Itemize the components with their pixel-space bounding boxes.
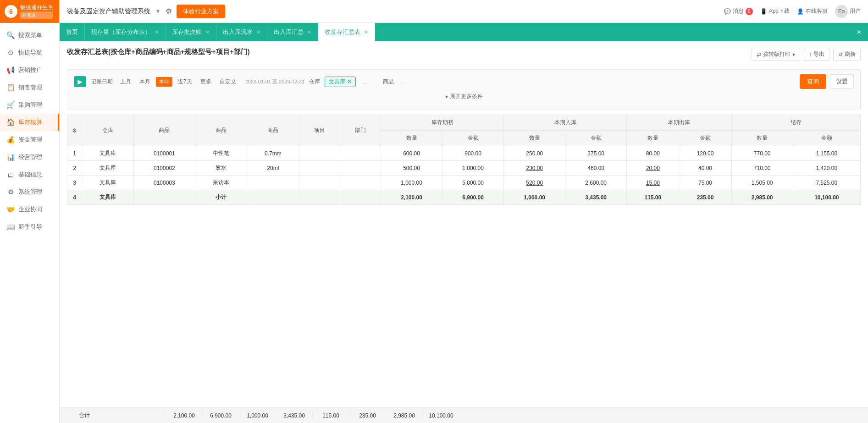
row-close-amt: 1,155.00 <box>793 146 860 161</box>
row-in-qty[interactable]: 250.00 <box>504 146 565 161</box>
col-out-amt-header: 金额 <box>679 131 731 146</box>
marketing-icon: 📢 <box>6 66 15 74</box>
row-code <box>133 190 195 205</box>
row-in-amt: 3,435.00 <box>565 190 627 205</box>
tab-summary[interactable]: 出入库汇总 ✕ <box>267 23 318 41</box>
tab-flow[interactable]: 出入库流水 ✕ <box>216 23 267 41</box>
sidebar-item-label: 经营管理 <box>18 153 42 161</box>
goods-more-btn[interactable]: ... <box>398 78 407 85</box>
inventory-icon: 🏠 <box>6 118 15 126</box>
online-support-action[interactable]: 👤 在线客服 <box>797 7 828 15</box>
gear-icon[interactable]: ⚙ <box>166 7 172 16</box>
row-out-amt: 40.00 <box>679 161 731 176</box>
tab-inventory-dist[interactable]: 现存量（库存分布表） ✕ <box>85 23 166 41</box>
switch-print-button[interactable]: ⇄ 拨转版打印 ▾ <box>752 48 800 61</box>
sidebar-item-label: 基础信息 <box>18 170 42 179</box>
footer-out-qty: 115.00 <box>313 412 349 419</box>
sidebar-item-finance[interactable]: 💰 资金管理 <box>0 131 59 148</box>
col-close-amt-header: 金额 <box>793 131 860 146</box>
row-project <box>299 190 340 205</box>
app-download-action[interactable]: 📱 App下载 <box>760 7 790 15</box>
row-close-qty: 710.00 <box>731 161 793 176</box>
sidebar-item-operations[interactable]: 📊 经营管理 <box>0 148 59 166</box>
sidebar-item-guide[interactable]: 📖 新手引导 <box>0 218 59 236</box>
query-button[interactable]: 查询 <box>800 74 826 89</box>
row-no: 3 <box>67 176 82 190</box>
footer-label: 合计 <box>74 412 166 419</box>
row-dept <box>340 146 381 161</box>
sidebar-item-marketing[interactable]: 📢 营销推广 <box>0 61 59 79</box>
row-open-qty: 2,100.00 <box>381 190 442 205</box>
col-opening-header: 库存期初 <box>381 115 504 131</box>
row-no: 4 <box>67 190 82 205</box>
row-out-qty[interactable]: 80.00 <box>627 146 679 161</box>
try-button[interactable]: 体验行业方案 <box>177 5 225 18</box>
sidebar: 6 畅捷通好生意 标准版 🔍 搜索菜单 ⊙ 快捷导航 📢 营销推广 📋 销售管理… <box>0 0 60 423</box>
message-badge: 6 <box>746 8 753 15</box>
row-in-qty[interactable]: 230.00 <box>504 161 565 176</box>
logo-badge: 标准版 <box>20 11 53 19</box>
refresh-button[interactable]: ↺ 刷新 <box>833 48 861 61</box>
row-warehouse: 文具库 <box>82 161 134 176</box>
row-out-qty[interactable]: 15.00 <box>627 176 679 190</box>
settings-button[interactable]: 设置 <box>830 74 854 89</box>
refresh-icon: ↺ <box>838 51 843 58</box>
sidebar-item-sales[interactable]: 📋 销售管理 <box>0 79 59 96</box>
tab-home[interactable]: 首页 <box>60 23 85 41</box>
row-out-qty[interactable]: 20.00 <box>627 161 679 176</box>
row-close-amt: 7,525.00 <box>793 176 860 190</box>
row-open-qty: 500.00 <box>381 161 442 176</box>
dropdown-arrow-icon: ▼ <box>155 8 161 15</box>
top-header: 装备及固定资产辅助管理系统 ▼ ⚙ 体验行业方案 💬 消息 6 📱 App下载 … <box>60 0 868 23</box>
tab-close-icon[interactable]: ✕ <box>307 29 311 35</box>
date-7days-btn[interactable]: 近7天 <box>175 77 195 87</box>
date-this-year-btn[interactable]: 本年 <box>156 77 172 87</box>
col-in-amt-header: 金额 <box>565 131 627 146</box>
footer-close-qty: 2,985.00 <box>386 412 423 419</box>
col-settings-header[interactable]: ⚙ <box>67 115 82 146</box>
sidebar-item-search[interactable]: 🔍 搜索菜单 <box>0 27 59 44</box>
tab-close-icon[interactable]: ✕ <box>155 29 159 35</box>
data-table: ⚙ 仓库 商品 商品 商品 项目 部门 库存期初 本期入库 本期出库 结存 数量 <box>67 115 861 205</box>
row-in-qty: 1,000.00 <box>504 190 565 205</box>
tab-batch[interactable]: 库存批次账 ✕ <box>166 23 216 41</box>
row-in-qty[interactable]: 520.00 <box>504 176 565 190</box>
sidebar-item-quicknav[interactable]: ⊙ 快捷导航 <box>0 44 59 61</box>
row-out-amt: 75.00 <box>679 176 731 190</box>
cooperation-icon: 🤝 <box>6 205 15 214</box>
message-action[interactable]: 💬 消息 6 <box>724 7 753 15</box>
row-close-qty: 770.00 <box>731 146 793 161</box>
tab-receive-send[interactable]: 收发存汇总表 ✕ <box>318 23 375 41</box>
table-row: 4文具库小计2,100.006,900.001,000.003,435.0011… <box>67 190 861 205</box>
tab-close-icon[interactable]: ✕ <box>256 29 260 35</box>
date-custom-btn[interactable]: 自定义 <box>217 77 239 87</box>
sidebar-item-cooperation[interactable]: 🤝 企业协同 <box>0 201 59 218</box>
footer-open-amt: 6,900.00 <box>203 412 239 419</box>
warehouse-more-btn[interactable]: ... <box>360 78 369 85</box>
sidebar-item-inventory[interactable]: 🏠 库存核算 <box>0 114 59 131</box>
row-out-qty: 115.00 <box>627 190 679 205</box>
row-dept <box>340 176 381 190</box>
sidebar-item-system[interactable]: ⚙ 系统管理 <box>0 183 59 201</box>
sidebar-item-basic[interactable]: 🗂 基础信息 <box>0 166 59 183</box>
date-more-btn[interactable]: 更多 <box>198 77 214 87</box>
date-prev-month-btn[interactable]: 上月 <box>117 77 134 87</box>
tab-label: 现存量（库存分布表） <box>91 28 151 36</box>
system-title: 装备及固定资产辅助管理系统 <box>67 7 150 16</box>
date-this-month-btn[interactable]: 本月 <box>137 77 153 87</box>
refresh-label: 刷新 <box>845 50 856 58</box>
finance-icon: 💰 <box>6 136 15 144</box>
warehouse-tag-close-icon[interactable]: ✕ <box>347 78 352 85</box>
expand-conditions-button[interactable]: ▾ 展开更多条件 <box>445 93 483 100</box>
download-icon: 📱 <box>760 8 767 15</box>
sidebar-item-label: 新手引导 <box>18 223 42 231</box>
user-action[interactable]: Ea 用户 <box>835 5 861 18</box>
tab-close-icon[interactable]: ✕ <box>364 29 368 35</box>
system-icon: ⚙ <box>6 188 15 196</box>
tab-close-icon[interactable]: ✕ <box>205 29 210 35</box>
row-in-amt: 375.00 <box>565 146 627 161</box>
filter-toggle-button[interactable]: ▶ <box>74 76 86 87</box>
sidebar-item-purchase[interactable]: 🛒 采购管理 <box>0 96 59 114</box>
export-button[interactable]: ↑ 导出 <box>804 48 829 61</box>
tab-bar-close-icon[interactable]: ✕ <box>850 23 868 41</box>
